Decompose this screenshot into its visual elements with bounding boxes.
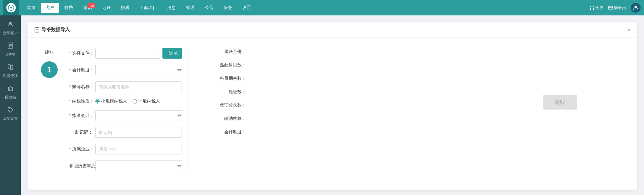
sidebar-item-declaration[interactable]: 0申报	[1, 40, 20, 60]
voucher-count-value	[249, 88, 624, 95]
top-navigation: 首页 客户 收费 票据 new 记账 报税 工商项目 消息 管理 经营 服务 设…	[0, 0, 644, 15]
browse-button[interactable]: +浏览	[162, 48, 182, 59]
form-fields: 选择文件： +浏览 会计制度：	[69, 48, 182, 171]
user-avatar[interactable]	[631, 3, 641, 13]
ref-history-label: 参照历史年度：	[69, 163, 93, 169]
sidebar-item-all-customers[interactable]: 全部客户	[1, 18, 20, 38]
nav-item-biz[interactable]: 工商项目	[135, 3, 162, 13]
import-icon	[34, 27, 40, 32]
memo-code-input[interactable]	[95, 127, 182, 138]
ref-history-row: 参照历史年度：	[69, 160, 182, 171]
nav-item-home[interactable]: 首页	[22, 3, 40, 13]
ledger-name-label: 账簿名称：	[69, 84, 93, 90]
nav-right-actions: 全屏 畅会员	[590, 3, 641, 13]
subject-initial-value	[249, 75, 624, 82]
accounting-system-select[interactable]	[95, 65, 183, 75]
ref-history-select[interactable]	[95, 160, 183, 171]
svg-rect-1	[608, 6, 612, 9]
ledger-name-input[interactable]	[95, 81, 182, 92]
sidebar: 全部客户 0申报 账套迁移 回收站 标签设置	[0, 15, 21, 195]
users-icon	[7, 21, 14, 29]
fullscreen-button[interactable]: 全屏	[590, 5, 603, 11]
nav-item-customer[interactable]: 客户	[41, 3, 59, 13]
dialog-header: 导爷数据导入 ×	[28, 22, 637, 38]
build-account-button[interactable]: 建账	[543, 95, 577, 110]
subject-initial-row: 科目期初数：	[216, 75, 624, 82]
belong-company-label: 所属企业：	[69, 146, 93, 152]
aux-accounting-value	[249, 115, 624, 122]
aux-accounting-label: 辅助核算：	[216, 116, 246, 122]
build-month-value	[249, 48, 624, 55]
info-accounting-system-value	[249, 128, 624, 136]
voucher-count-label: 凭证数：	[216, 89, 246, 95]
match-subject-value	[249, 61, 624, 69]
voucher-count-row: 凭证数：	[216, 88, 624, 95]
main-content: 导爷数据导入 × 建账 1 选择文件：	[21, 15, 644, 195]
nav-item-service[interactable]: 服务	[219, 3, 237, 13]
dialog: 导爷数据导入 × 建账 1 选择文件：	[28, 22, 637, 190]
step-area-label: 建账	[45, 49, 54, 55]
match-subject-row: 匹配科目数：	[216, 61, 624, 69]
accounting-system-label: 会计制度：	[69, 67, 93, 73]
aux-accounting-row: 辅助核算：	[216, 115, 624, 122]
accounting-system-row: 会计制度：	[69, 65, 182, 75]
tax-small-radio[interactable]: 小规模纳税人	[95, 98, 127, 104]
assign-accountant-select[interactable]	[95, 110, 183, 121]
file-row: 选择文件： +浏览	[69, 48, 182, 59]
sidebar-item-migrate[interactable]: 账套迁移	[1, 61, 20, 81]
belong-company-row: 所属企业：	[69, 144, 182, 154]
match-subject-label: 匹配科目数：	[216, 62, 246, 68]
info-accounting-system-row: 会计制度：	[216, 128, 624, 136]
assign-accountant-label: 指派会计：	[69, 113, 93, 119]
nav-menu: 首页 客户 收费 票据 new 记账 报税 工商项目 消息 管理 经营 服务 设…	[22, 3, 590, 13]
build-month-label: 建账月份：	[216, 49, 246, 55]
memo-code-label: 助记码：	[69, 129, 93, 135]
subject-initial-label: 科目期初数：	[216, 75, 246, 81]
sidebar-item-tag[interactable]: 标签设置	[1, 104, 20, 124]
tax-general-radio[interactable]: 一般纳税人	[133, 98, 160, 104]
main-layout: 全部客户 0申报 账套迁移 回收站 标签设置	[0, 15, 644, 195]
assign-accountant-row: 指派会计：	[69, 110, 182, 121]
migrate-icon	[7, 64, 14, 72]
form-layout: 建账 1 选择文件： +浏览	[41, 48, 624, 171]
logo[interactable]	[3, 0, 19, 15]
svg-point-14	[9, 109, 10, 109]
trash-icon	[7, 85, 14, 93]
declaration-icon	[7, 42, 14, 51]
nav-item-tax[interactable]: 报税	[116, 3, 134, 13]
step-indicator: 1	[41, 61, 58, 78]
build-month-row: 建账月份：	[216, 48, 624, 55]
dialog-body: 建账 1 选择文件： +浏览	[28, 38, 637, 181]
nav-item-ticket[interactable]: 票据 new	[79, 3, 97, 13]
member-button[interactable]: 畅会员	[608, 5, 626, 11]
tax-nature-label: 纳税性质：	[69, 98, 93, 104]
nav-item-message[interactable]: 消息	[162, 3, 181, 13]
tax-nature-row: 纳税性质： 小规模纳税人 一般纳税人	[69, 98, 182, 104]
file-input[interactable]	[95, 48, 160, 59]
dialog-title: 导爷数据导入	[34, 27, 70, 33]
sidebar-item-recycle[interactable]: 回收站	[1, 82, 20, 103]
nav-item-manage[interactable]: 管理	[181, 3, 199, 13]
nav-item-bookkeeping[interactable]: 记账	[97, 3, 115, 13]
ledger-name-row: 账簿名称：	[69, 81, 182, 92]
voucher-entries-label: 凭证分录数：	[216, 102, 246, 108]
new-badge: new	[88, 3, 95, 8]
nav-item-operation[interactable]: 经营	[200, 3, 218, 13]
info-accounting-system-label: 会计制度：	[216, 129, 246, 135]
dialog-close-button[interactable]: ×	[627, 27, 631, 33]
nav-item-fee[interactable]: 收费	[60, 3, 78, 13]
file-input-group: +浏览	[95, 48, 182, 59]
file-label: 选择文件：	[69, 50, 93, 56]
tag-icon	[7, 107, 14, 115]
form-divider	[189, 48, 189, 171]
svg-rect-10	[8, 87, 12, 91]
info-panel: 建账月份： 匹配科目数： 科目期初数： 建	[196, 48, 624, 171]
belong-company-input[interactable]	[95, 144, 182, 154]
memo-code-row: 助记码：	[69, 127, 182, 138]
nav-item-settings[interactable]: 设置	[238, 3, 256, 13]
form-left-section: 建账 1 选择文件： +浏览	[41, 48, 182, 171]
tax-nature-radio-group: 小规模纳税人 一般纳税人	[95, 98, 160, 104]
logo-icon	[6, 3, 16, 12]
